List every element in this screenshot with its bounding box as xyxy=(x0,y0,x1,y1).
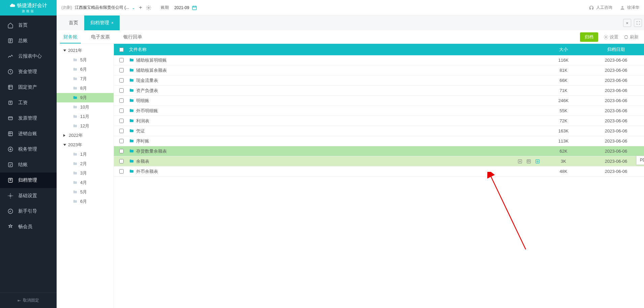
row-checkbox[interactable] xyxy=(119,58,124,62)
tree-month-9月[interactable]: 9月 xyxy=(57,93,114,102)
nav-icon xyxy=(7,208,13,214)
file-date: 2023-06-06 xyxy=(588,88,644,93)
user-menu[interactable]: 徐泽华 xyxy=(620,5,639,10)
tree-year-2021[interactable]: 2021年 xyxy=(57,46,114,55)
nav-icon xyxy=(7,224,13,230)
tree-year-2022[interactable]: 2022年 xyxy=(57,131,114,140)
row-checkbox[interactable] xyxy=(119,88,124,93)
table-row[interactable]: 外币明细账55K2023-06-06 xyxy=(114,106,644,116)
pdf-view-icon[interactable] xyxy=(535,159,540,164)
close-all-button[interactable]: × xyxy=(623,19,631,27)
tree-month-10月[interactable]: 10月 xyxy=(57,102,114,112)
tree-month-6月[interactable]: 6月 xyxy=(57,197,114,206)
close-icon[interactable]: × xyxy=(111,21,114,25)
subtab-finance[interactable]: 财务账 xyxy=(57,30,84,43)
tree-month-3月[interactable]: 3月 xyxy=(57,168,114,178)
tree-month-11月[interactable]: 11月 xyxy=(57,112,114,121)
excel-export-icon[interactable] xyxy=(517,159,523,164)
table-row[interactable]: 存货数量余额表62K2023-06-06 xyxy=(114,146,644,156)
row-checkbox[interactable] xyxy=(119,78,124,83)
tab-home[interactable]: 首页 xyxy=(63,16,84,30)
select-all-checkbox[interactable] xyxy=(119,48,124,52)
row-checkbox[interactable] xyxy=(119,119,124,123)
consult-button[interactable]: 人工咨询 xyxy=(589,5,612,10)
nav-新手引导[interactable]: 新手引导 xyxy=(0,204,57,219)
file-name: 辅助核算明细账 xyxy=(136,57,167,63)
row-checkbox[interactable] xyxy=(119,169,124,174)
nav-资金管理[interactable]: 资金管理 xyxy=(0,64,57,80)
table-row[interactable]: 辅助核算余额表81K2023-06-06 xyxy=(114,65,644,75)
archive-button[interactable]: 归档 xyxy=(580,32,598,42)
file-name: 明细账 xyxy=(136,98,149,104)
table-row[interactable]: 明细账246K2023-06-06 xyxy=(114,96,644,106)
row-checkbox[interactable] xyxy=(119,109,124,113)
tree-month-5月[interactable]: 5月 xyxy=(57,187,114,197)
unpin-button[interactable]: ⇤ 取消固定 xyxy=(0,292,57,308)
nav-发票管理[interactable]: 发票管理 xyxy=(0,111,57,126)
nav-税务管理[interactable]: 税务管理 xyxy=(0,142,57,157)
nav-归档管理[interactable]: 归档管理 xyxy=(0,173,57,188)
row-checkbox[interactable] xyxy=(119,129,124,133)
svg-rect-16 xyxy=(527,159,531,163)
subtab-bank[interactable]: 银行回单 xyxy=(117,30,149,43)
file-size: 55K xyxy=(539,108,588,113)
period-value[interactable]: 2021-09 xyxy=(174,5,189,10)
table-row[interactable]: 余额表3K2023-06-06PDF查看 xyxy=(114,156,644,166)
folder-icon xyxy=(73,58,78,62)
row-checkbox[interactable] xyxy=(119,68,124,72)
table-row[interactable]: 资产负债表71K2023-06-06 xyxy=(114,86,644,96)
nav-云报表中心[interactable]: 云报表中心 xyxy=(0,49,57,64)
settings-button[interactable]: 设置 xyxy=(604,34,618,40)
row-checkbox[interactable] xyxy=(119,149,124,153)
table-row[interactable]: 利润表72K2023-06-06 xyxy=(114,116,644,126)
nav-结账[interactable]: 结账 xyxy=(0,157,57,173)
add-button[interactable]: ＋ xyxy=(138,4,143,11)
file-name: 利润表 xyxy=(136,118,149,124)
subtab-einvoice[interactable]: 电子发票 xyxy=(84,30,117,43)
company-selector[interactable]: 江西服宝精品有限责任公司 (... xyxy=(75,5,129,10)
folder-icon xyxy=(73,124,78,128)
nav-icon xyxy=(7,69,13,75)
svg-rect-5 xyxy=(8,132,12,136)
tree-year-2023[interactable]: 2023年 xyxy=(57,140,114,150)
tree-month-12月[interactable]: 12月 xyxy=(57,121,114,131)
nav-总账[interactable]: 总账 xyxy=(0,33,57,49)
row-checkbox[interactable] xyxy=(119,139,124,143)
chevron-down-icon[interactable]: ⌄ xyxy=(132,5,135,10)
row-checkbox[interactable] xyxy=(119,98,124,103)
tree-month-2月[interactable]: 2月 xyxy=(57,159,114,168)
table-row[interactable]: 外币余额表48K2023-06-06 xyxy=(114,166,644,177)
nav-icon xyxy=(7,193,13,199)
nav-首页[interactable]: 首页 xyxy=(0,18,57,33)
svg-point-18 xyxy=(537,161,538,162)
tree-month-1月[interactable]: 1月 xyxy=(57,150,114,159)
fullscreen-button[interactable]: ⛶ xyxy=(634,19,642,27)
folder-icon xyxy=(129,98,134,103)
calendar-icon[interactable] xyxy=(192,5,197,10)
tree-month-6月[interactable]: 6月 xyxy=(57,65,114,74)
file-name: 资产负债表 xyxy=(136,88,158,94)
refresh-button[interactable]: 刷新 xyxy=(624,34,639,40)
tree-month-5月[interactable]: 5月 xyxy=(57,55,114,65)
tree-month-4月[interactable]: 4月 xyxy=(57,178,114,187)
gear-icon xyxy=(604,35,608,39)
tree-month-8月[interactable]: 8月 xyxy=(57,84,114,93)
table-row[interactable]: 序时账113K2023-06-06 xyxy=(114,136,644,146)
tab-strip: 首页 归档管理× × ⛶ xyxy=(57,16,644,30)
nav-畅会员[interactable]: 畅会员 xyxy=(0,219,57,235)
row-checkbox[interactable] xyxy=(119,159,124,163)
nav-固定资产[interactable]: 固定资产 xyxy=(0,80,57,95)
headset-icon xyxy=(589,5,594,10)
tree-month-7月[interactable]: 7月 xyxy=(57,74,114,84)
nav-工资[interactable]: 工资 xyxy=(0,95,57,111)
gear-icon[interactable] xyxy=(146,5,151,10)
table-row[interactable]: 凭证163K2023-06-06 xyxy=(114,126,644,136)
cloud-icon xyxy=(9,2,16,8)
period-label: 账期 xyxy=(161,5,169,10)
table-row[interactable]: 辅助核算明细账116K2023-06-06 xyxy=(114,55,644,65)
pdf-export-icon[interactable] xyxy=(526,159,531,164)
nav-进销台账[interactable]: 进销台账 xyxy=(0,126,57,142)
table-row[interactable]: 现金流量表66K2023-06-06 xyxy=(114,75,644,86)
tab-archive[interactable]: 归档管理× xyxy=(84,16,120,30)
nav-基础设置[interactable]: 基础设置 xyxy=(0,188,57,204)
